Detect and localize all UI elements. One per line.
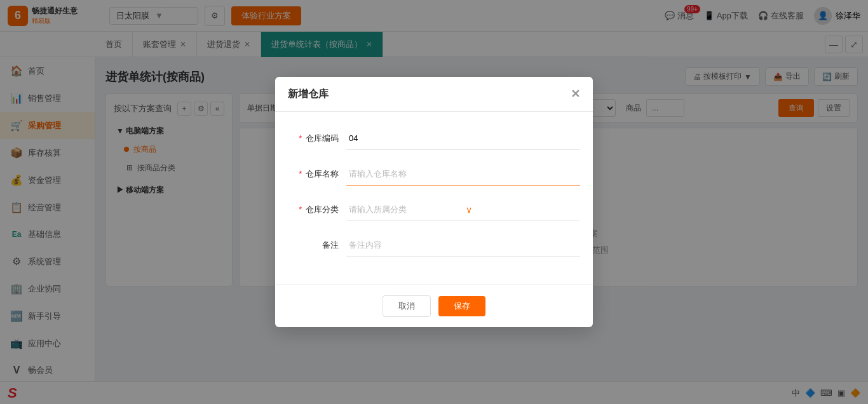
- category-select[interactable]: 请输入所属分类 ∨: [346, 198, 580, 221]
- code-label: * 仓库编码: [288, 133, 339, 144]
- name-label: * 仓库名称: [288, 168, 339, 180]
- modal-overlay: 新增仓库 ✕ * 仓库编码 * 仓库名称: [0, 0, 868, 404]
- form-row-name: * 仓库名称: [288, 163, 580, 185]
- form-row-remark: 备注: [288, 234, 580, 257]
- modal-body: * 仓库编码 * 仓库名称 * 仓库分类 请输入所属: [275, 112, 593, 285]
- category-label: * 仓库分类: [288, 204, 339, 215]
- modal-header: 新增仓库 ✕: [275, 77, 593, 112]
- form-row-category: * 仓库分类 请输入所属分类 ∨: [288, 198, 580, 221]
- cancel-button[interactable]: 取消: [383, 295, 431, 317]
- form-row-code: * 仓库编码: [288, 127, 580, 150]
- category-arrow: ∨: [463, 205, 580, 215]
- save-button[interactable]: 保存: [438, 296, 485, 316]
- modal-title: 新增仓库: [288, 88, 329, 101]
- name-input[interactable]: [346, 163, 580, 185]
- code-input[interactable]: [346, 127, 580, 150]
- remark-input[interactable]: [346, 234, 580, 257]
- modal-close-button[interactable]: ✕: [571, 87, 580, 101]
- remark-label: 备注: [288, 239, 339, 251]
- new-warehouse-modal: 新增仓库 ✕ * 仓库编码 * 仓库名称: [275, 77, 593, 327]
- modal-footer: 取消 保存: [275, 285, 593, 327]
